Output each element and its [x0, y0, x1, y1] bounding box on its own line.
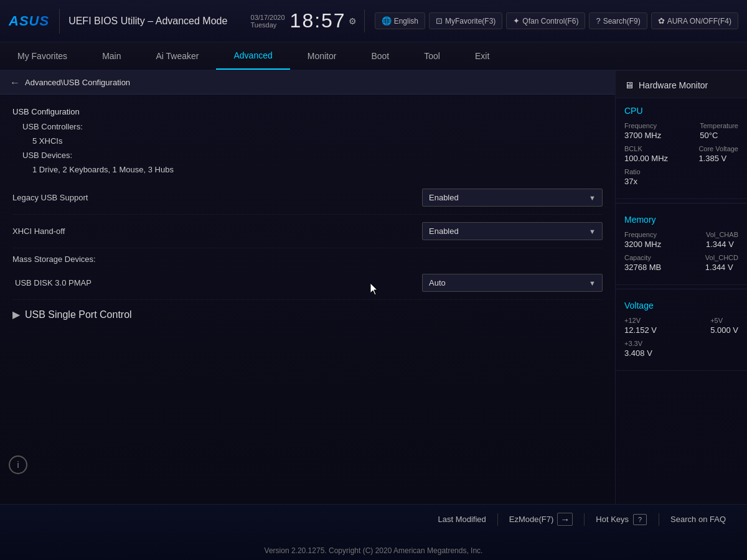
asus-logo-text: ASUS	[9, 13, 49, 29]
nav-ai-tweaker[interactable]: Ai Tweaker	[138, 42, 216, 70]
hw-cpu-title: CPU	[624, 106, 738, 116]
hw-monitor-title: 🖥 Hardware Monitor	[616, 71, 747, 98]
usb-disk-dropdown[interactable]: Auto ▼	[422, 274, 603, 292]
myfavorite-button[interactable]: ⊡ MyFavorite(F3)	[429, 12, 502, 29]
breadcrumb-text: Advanced\USB Configuration	[25, 78, 130, 87]
last-modified-button[interactable]: Last Modified	[427, 511, 497, 527]
language-label: English	[394, 17, 418, 26]
settings-icon: ⚙	[349, 16, 357, 26]
hot-keys-key: ?	[633, 514, 647, 525]
usb-disk-value: Auto	[429, 278, 446, 287]
back-arrow-icon[interactable]: ←	[10, 77, 20, 88]
ez-mode-button[interactable]: EzMode(F7) →	[498, 510, 585, 529]
hw-memory-title: Memory	[624, 215, 738, 225]
legacy-usb-dropdown[interactable]: Enabled ▼	[422, 189, 603, 207]
language-icon: 🌐	[382, 16, 392, 26]
hw-divider-1	[616, 203, 747, 203]
dropdown-arrow-icon: ▼	[589, 228, 596, 235]
hw-cpu-section: CPU Frequency 3700 MHz Temperature 50°C …	[616, 98, 747, 199]
app-title: UEFI BIOS Utility – Advanced Mode	[68, 16, 227, 27]
content-area: ← Advanced\USB Configuration USB Configu…	[0, 71, 615, 504]
hw-cpu-row-0: Frequency 3700 MHz Temperature 50°C	[624, 122, 738, 140]
usb-single-port-item[interactable]: ▶ USB Single Port Control	[12, 300, 603, 329]
usb-single-port-label: USB Single Port Control	[25, 309, 132, 320]
hw-cpu-row-1: BCLK 100.00 MHz Core Voltage 1.385 V	[624, 145, 738, 163]
hw-volt-row-1: +3.3V 3.408 V	[624, 340, 738, 358]
nav-menu: My Favorites Main Ai Tweaker Advanced Mo…	[0, 42, 747, 71]
legacy-usb-value: Enabled	[429, 193, 459, 202]
hot-keys-button[interactable]: Hot Keys ?	[585, 511, 659, 528]
breadcrumb: ← Advanced\USB Configuration	[0, 71, 615, 95]
legacy-usb-row: Legacy USB Support Enabled ▼	[12, 181, 603, 215]
nav-monitor[interactable]: Monitor	[290, 42, 354, 70]
top-bar: ASUS UEFI BIOS Utility – Advanced Mode 0…	[0, 0, 747, 42]
xhci-handoff-label: XHCI Hand-off	[12, 226, 422, 236]
usb-controllers-label: USB Controllers:	[12, 120, 603, 133]
hw-cpu-row-2: Ratio 37x	[624, 168, 738, 186]
myfavorite-label: MyFavorite(F3)	[445, 17, 496, 26]
usb-devices-label: USB Devices:	[12, 149, 603, 162]
hw-cpu-temp: Temperature 50°C	[700, 122, 738, 140]
aura-label: AURA ON/OFF(F4)	[667, 17, 731, 26]
hw-mem-row-0: Frequency 3200 MHz Vol_CHAB 1.344 V	[624, 231, 738, 249]
hw-mem-volchcd: Vol_CHCD 1.344 V	[705, 254, 738, 272]
aura-button[interactable]: ✿ AURA ON/OFF(F4)	[651, 12, 738, 29]
hot-keys-label: Hot Keys	[596, 515, 629, 524]
xhci-handoff-value: Enabled	[429, 226, 459, 236]
top-right-buttons: 03/17/2020 Tuesday 18:57 ⚙ 🌐 English ⊡ M…	[251, 9, 738, 32]
info-button[interactable]: i	[9, 455, 27, 474]
nav-advanced[interactable]: Advanced	[216, 42, 289, 70]
day-text: Tuesday	[251, 21, 285, 29]
dropdown-arrow-icon: ▼	[589, 279, 596, 287]
dropdown-arrow-icon: ▼	[589, 194, 596, 202]
language-button[interactable]: 🌐 English	[375, 12, 425, 29]
hw-volt-12v: +12V 12.152 V	[624, 317, 657, 335]
main-layout: ← Advanced\USB Configuration USB Configu…	[0, 71, 747, 504]
hw-cpu-freq: Frequency 3700 MHz	[624, 122, 661, 140]
nav-boot[interactable]: Boot	[354, 42, 406, 70]
qfan-button[interactable]: ✦ Qfan Control(F6)	[506, 12, 585, 29]
hw-volt-33v: +3.3V 3.408 V	[624, 340, 652, 358]
ez-mode-label: EzMode(F7)	[509, 515, 554, 524]
hw-monitor-panel: 🖥 Hardware Monitor CPU Frequency 3700 MH…	[615, 71, 747, 504]
nav-tool[interactable]: Tool	[406, 42, 458, 70]
search-faq-label: Search on FAQ	[670, 515, 726, 524]
search-button[interactable]: ? Search(F9)	[589, 12, 647, 29]
hw-cpu-voltage: Core Voltage 1.385 V	[698, 145, 738, 163]
nav-exit[interactable]: Exit	[458, 42, 507, 70]
qfan-label: Qfan Control(F6)	[522, 17, 578, 26]
hw-voltage-title: Voltage	[624, 301, 738, 310]
hw-mem-freq: Frequency 3200 MHz	[624, 231, 661, 249]
qfan-icon: ✦	[513, 16, 520, 26]
monitor-icon: 🖥	[624, 80, 634, 90]
search-label: Search(F9)	[603, 17, 641, 26]
aura-icon: ✿	[658, 16, 665, 26]
footer-version: Version 2.20.1275. Copyright (C) 2020 Am…	[0, 546, 747, 560]
hw-mem-volchab: Vol_CHAB 1.344 V	[706, 231, 738, 249]
hw-cpu-bclk: BCLK 100.00 MHz	[624, 145, 668, 163]
mass-storage-label: Mass Storage Devices:	[12, 248, 603, 266]
date-info: 03/17/2020 Tuesday	[251, 14, 285, 29]
last-modified-label: Last Modified	[438, 515, 486, 524]
hw-mem-capacity: Capacity 32768 MB	[624, 254, 661, 272]
ez-mode-arrow-icon: →	[557, 513, 573, 526]
datetime-section: 03/17/2020 Tuesday 18:57 ⚙	[251, 9, 365, 32]
nav-my-favorites[interactable]: My Favorites	[0, 42, 85, 70]
time-display: 18:57	[290, 9, 346, 32]
search-icon: ?	[596, 16, 600, 26]
expand-arrow-icon: ▶	[12, 309, 20, 320]
search-faq-button[interactable]: Search on FAQ	[659, 511, 737, 527]
hw-voltage-section: Voltage +12V 12.152 V +5V 5.000 V +3.3V …	[616, 293, 747, 371]
usb-disk-row: USB DISK 3.0 PMAP Auto ▼	[12, 266, 603, 300]
hw-divider-2	[616, 289, 747, 289]
xhci-handoff-dropdown[interactable]: Enabled ▼	[422, 222, 603, 240]
hw-volt-row-0: +12V 12.152 V +5V 5.000 V	[624, 317, 738, 335]
nav-main[interactable]: Main	[85, 42, 138, 70]
version-text: Version 2.20.1275. Copyright (C) 2020 Am…	[265, 546, 483, 555]
legacy-usb-label: Legacy USB Support	[12, 193, 422, 202]
asus-logo: ASUS	[9, 9, 60, 34]
usb-config-title: USB Configuration	[12, 107, 603, 116]
xhci-handoff-row: XHCI Hand-off Enabled ▼	[12, 215, 603, 248]
usb-devices-list: 1 Drive, 2 Keyboards, 1 Mouse, 3 Hubs	[12, 163, 603, 176]
footer: Last Modified EzMode(F7) → Hot Keys ? Se…	[0, 504, 747, 560]
